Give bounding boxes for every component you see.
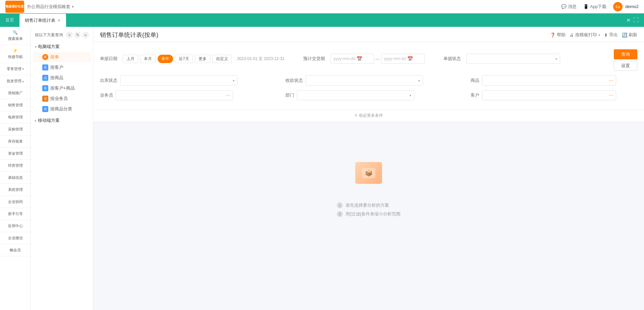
sidebar-item-wholesale[interactable]: 批发管理 ▴ xyxy=(0,75,31,87)
last-month-btn[interactable]: 上月 xyxy=(123,55,138,63)
by-product-label: 按商品 xyxy=(50,75,63,81)
salesperson-select[interactable]: ··· xyxy=(116,90,233,100)
set-button[interactable]: 设置 xyxy=(614,61,637,71)
sidebar-item-sales[interactable]: 销售管理 xyxy=(0,99,31,111)
sidebar-item-search-menu[interactable]: 🔍 搜索菜单 xyxy=(0,27,31,45)
sidebar-item-marketing[interactable]: 营销推广 xyxy=(0,87,31,99)
tree-parent-desktop[interactable]: ▾ 电脑端方案 xyxy=(31,42,93,52)
tree-parent-mobile[interactable]: ▸ 移动端方案 xyxy=(31,115,93,125)
payment-status-item: 收款状态 ▾ xyxy=(285,75,452,86)
export-button[interactable]: ⬇ 导出 xyxy=(604,32,618,38)
date-start-input[interactable]: yyyy-mm-dd 📅 xyxy=(330,54,374,64)
app-title-select[interactable]: 办公用品行业模拟账套 ▾ xyxy=(27,4,74,10)
customer-ellipsis-icon[interactable]: ··· xyxy=(609,92,613,98)
empty-illustration: 📦 xyxy=(348,157,389,190)
sidebar-item-finance[interactable]: 资金管理 xyxy=(0,148,31,160)
department-select[interactable]: ▾ xyxy=(297,90,414,100)
sidebar-item-vip[interactable]: 畅会员 xyxy=(0,244,31,256)
tree-child-by-product[interactable]: 品 按商品 xyxy=(33,73,91,83)
collapse-panel-icon: « xyxy=(85,33,87,37)
dropdown-icon: ▾ xyxy=(72,4,74,9)
sidebar-item-system[interactable]: 系统管理 xyxy=(0,184,31,196)
collapse-label: 收起更多条件 xyxy=(359,113,383,118)
date-end-input[interactable]: yyyy-mm-dd 📅 xyxy=(381,54,425,64)
quick-nav-label: 快捷导航 xyxy=(8,54,23,59)
sidebar: 🔍 搜索菜单 ⚡ 快捷导航 零售管理 ▾ 批发管理 ▴ 营销推广 销售管理 电商… xyxy=(0,27,31,310)
by-salesperson-label: 按业务员 xyxy=(50,96,68,102)
date-start-placeholder: yyyy-mm-dd xyxy=(333,56,355,61)
product-select[interactable]: ··· xyxy=(482,75,616,86)
sidebar-item-purchase[interactable]: 采购管理 xyxy=(0,123,31,136)
hint-num-1: 1 xyxy=(337,202,343,208)
page-header: 销售订单统计表(按单) ❓ 帮助 🖨 按模板打印 ▾ ⬇ 导出 xyxy=(93,27,644,42)
product-ellipsis-icon[interactable]: ··· xyxy=(609,78,613,84)
last-7-days-btn[interactable]: 近7天 xyxy=(175,55,193,63)
tree-child-by-customer[interactable]: 客 按客户 xyxy=(33,62,91,72)
custom-date-btn[interactable]: 自定义 xyxy=(212,55,232,63)
retail-label: 零售管理 xyxy=(7,66,21,71)
sidebar-item-quick-nav[interactable]: ⚡ 快捷导航 xyxy=(0,45,31,63)
tree-child-by-category[interactable]: 类 按商品分类 xyxy=(33,104,91,114)
delivery-status-select[interactable]: ▾ xyxy=(120,75,237,86)
avatar: Ea xyxy=(613,2,623,11)
tab-bar: 首页 销售订单统计表 ✕ ✕ ⛶ xyxy=(0,13,644,27)
more-dates-btn[interactable]: 更多 xyxy=(195,55,210,63)
by-order-icon: 按 xyxy=(42,54,48,60)
print-icon: 🖨 xyxy=(570,33,574,38)
collapse-icon: ∧ xyxy=(355,113,358,118)
tab-home[interactable]: 首页 xyxy=(0,13,19,27)
sidebar-item-app-center[interactable]: 应用中心 xyxy=(0,220,31,232)
sidebar-item-base-info[interactable]: 基础信息 xyxy=(0,172,31,184)
edit-scheme-button[interactable]: ✎ xyxy=(74,32,81,38)
by-customer-label: 按客户 xyxy=(50,64,63,70)
by-order-label: 按单 xyxy=(50,54,59,60)
order-status-select[interactable]: ▾ xyxy=(466,54,560,64)
tree-child-by-cust-prod[interactable]: 客 按客户+商品 xyxy=(33,83,91,93)
tree-mobile-label: 移动端方案 xyxy=(38,117,60,123)
tree-child-by-order[interactable]: 按 按单 xyxy=(33,52,91,62)
this-month-btn[interactable]: 本月 xyxy=(140,55,156,63)
left-panel-actions: ＋ ✎ « xyxy=(66,32,89,38)
filter-row-date: 单据日期 上月 本月 本年 近7天 更多 自定义 2023-01-01 至 20… xyxy=(100,47,637,71)
sidebar-item-operation[interactable]: 经营管理 xyxy=(0,160,31,172)
export-icon: ⬇ xyxy=(604,33,608,38)
message-action[interactable]: 💬 消息 xyxy=(561,4,577,10)
ecommerce-label: 电商管理 xyxy=(8,115,23,120)
empty-hints: 1 请先选择要分析的方案 2 用[过滤]条件来缩小分析范围 xyxy=(337,202,400,220)
tab-expand-icon[interactable]: ⛶ xyxy=(633,17,639,23)
sidebar-item-retail[interactable]: 零售管理 ▾ xyxy=(0,63,31,75)
tab-close-icon[interactable]: ✕ xyxy=(57,18,61,23)
salesperson-ellipsis-icon[interactable]: ··· xyxy=(226,92,230,98)
help-button[interactable]: ❓ 帮助 xyxy=(550,32,566,38)
inventory-label: 库存核算 xyxy=(8,139,23,144)
collapse-bar[interactable]: ∧ 收起更多条件 xyxy=(93,110,644,121)
tab-sales-order-stat[interactable]: 销售订单统计表 ✕ xyxy=(19,14,66,27)
refresh-button[interactable]: 🔄 刷新 xyxy=(622,32,637,38)
payment-status-select[interactable]: ▾ xyxy=(306,75,423,86)
sidebar-item-inventory[interactable]: 库存核算 xyxy=(0,136,31,148)
date-filter: 上月 本月 本年 近7天 更多 自定义 xyxy=(123,55,232,63)
add-icon: ＋ xyxy=(67,32,71,38)
tab-close-window-icon[interactable]: ✕ xyxy=(626,17,631,23)
sidebar-item-ecommerce[interactable]: 电商管理 xyxy=(0,111,31,123)
quick-nav-icon: ⚡ xyxy=(13,48,18,53)
tree-child-by-salesperson[interactable]: 员 按业务员 xyxy=(33,94,91,104)
sidebar-item-newbie[interactable]: 新手引导 xyxy=(0,208,31,220)
newbie-label: 新手引导 xyxy=(8,211,23,216)
app-download-label: App下载 xyxy=(590,4,606,10)
customer-select[interactable]: ··· xyxy=(482,90,616,100)
sidebar-item-enterprise[interactable]: 企业协同 xyxy=(0,196,31,208)
app-download-action[interactable]: 📱 App下载 xyxy=(583,4,606,10)
query-button[interactable]: 查询 xyxy=(614,49,637,59)
salesperson-item: 业务员 ··· xyxy=(100,90,267,100)
print-button[interactable]: 🖨 按模板打印 ▾ xyxy=(570,32,600,38)
sidebar-item-wechat-work[interactable]: 企业微信 xyxy=(0,232,31,244)
add-scheme-button[interactable]: ＋ xyxy=(66,32,73,38)
this-year-btn[interactable]: 本年 xyxy=(158,55,173,63)
delivery-status-arrow: ▾ xyxy=(233,79,234,83)
collapse-panel-button[interactable]: « xyxy=(82,32,89,38)
customer-item: 客户 ··· xyxy=(471,90,637,100)
left-panel-header: 按以下方案查询 ＋ ✎ « xyxy=(31,30,93,40)
top-bar: 畅捷通好生意 办公用品行业模拟账套 ▾ 💬 消息 📱 App下载 Ea demo… xyxy=(0,0,644,13)
user-profile[interactable]: Ea demo2 xyxy=(613,2,639,11)
